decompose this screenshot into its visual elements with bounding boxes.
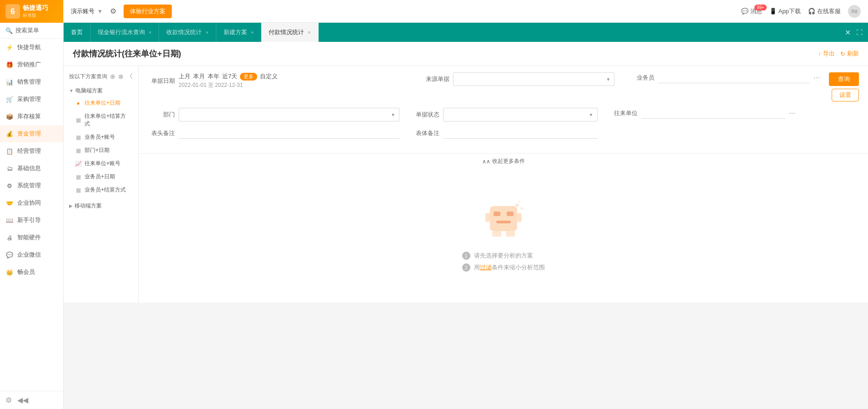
- sidebar-item-sales[interactable]: 📊 销售管理: [0, 73, 63, 91]
- date-shortcut-7days[interactable]: 近7天: [222, 72, 237, 81]
- sidebar: 6 畅捷通巧 标准版 🔍 搜索菜单 ⚡ 快捷导航 🎁 营销推广 📊 销售管理 🛒…: [0, 0, 64, 409]
- scheme-header-label: 按以下方案查询: [69, 73, 107, 81]
- operation-icon: 📋: [5, 147, 14, 155]
- filter-field-body-remark: 表体备注: [409, 128, 598, 139]
- sidebar-item-label: 企业微信: [17, 251, 41, 259]
- filter-body-remark-label: 表体备注: [409, 129, 439, 137]
- sidebar-item-weixin[interactable]: 💬 企业微信: [0, 246, 63, 263]
- enterprise-icon: 🤝: [5, 199, 14, 207]
- sidebar-settings-btn[interactable]: ⚙: [5, 396, 12, 404]
- scheme-item-staff-account[interactable]: ▦ 业务员+账号: [64, 131, 138, 144]
- msg-icon: 💬: [741, 8, 748, 15]
- page-title: 付款情况统计(往来单位+日期): [73, 48, 181, 59]
- scheme-mobile-group-header[interactable]: ▶ 移动端方案: [64, 200, 138, 212]
- date-shortcut-this-year[interactable]: 本年: [208, 72, 219, 81]
- tab-home[interactable]: 首页: [64, 23, 90, 42]
- sidebar-item-label: 资金管理: [17, 130, 41, 138]
- sidebar-item-quick-nav[interactable]: ⚡ 快捷导航: [0, 39, 63, 56]
- date-shortcut-custom[interactable]: 自定义: [260, 72, 278, 81]
- basic-icon: 🗂: [5, 164, 14, 172]
- scheme-desktop-group-header[interactable]: ▼ 电脑端方案: [64, 85, 138, 96]
- scheme-staff-date-icon: ▦: [75, 173, 82, 181]
- tab-bank[interactable]: 现金银行流水查询 ×: [90, 23, 159, 42]
- topbar-msg-btn[interactable]: 💬 消息 99+: [741, 7, 762, 15]
- svg-rect-2: [507, 212, 514, 216]
- setting-button[interactable]: 设置: [832, 89, 859, 101]
- export-button[interactable]: ↑ 导出: [818, 50, 835, 58]
- date-shortcut-this-month[interactable]: 本月: [193, 72, 205, 81]
- content-area: 付款情况统计(往来单位+日期) ↑ 导出 ↻ 刷新 按以下方案查询 ⊕: [64, 42, 868, 409]
- sidebar-item-label: 营销推广: [17, 61, 41, 69]
- tab-bank-close-icon[interactable]: ×: [149, 30, 151, 35]
- empty-tip-2-num: 2: [462, 263, 470, 272]
- tab-payment-stat-close-icon[interactable]: ×: [308, 30, 310, 35]
- sidebar-item-label: 销售管理: [17, 78, 41, 86]
- filter-unit-input[interactable]: [641, 108, 786, 118]
- query-button[interactable]: 查询: [829, 72, 859, 86]
- tab-income-stat-close-icon[interactable]: ×: [205, 30, 208, 35]
- sidebar-item-marketing[interactable]: 🎁 营销推广: [0, 56, 63, 73]
- filter-row-3: 表头备注 表体备注: [148, 128, 859, 139]
- tab-payment-stat[interactable]: 付款情况统计 ×: [261, 23, 318, 42]
- newbie-icon: 📖: [5, 216, 14, 224]
- sidebar-item-member[interactable]: 👑 畅会员: [0, 263, 63, 281]
- scheme-item-dept-date[interactable]: ▦ 部门+日期: [64, 144, 138, 157]
- tab-new-scheme[interactable]: 新建方案 ×: [216, 23, 261, 42]
- scheme-staff-account-icon: ▦: [75, 134, 82, 141]
- sidebar-item-capital[interactable]: 💰 资金管理: [0, 125, 63, 142]
- tabbar-right: ✕ ⛶: [839, 23, 868, 42]
- collapse-more-button[interactable]: ∧∧ 收起更多条件: [482, 157, 525, 165]
- topbar-gear-icon[interactable]: ⚙: [110, 7, 116, 15]
- topbar-app-btn[interactable]: 📱 App下载: [769, 7, 801, 15]
- scheme-settings-icon[interactable]: ⊗: [118, 73, 124, 80]
- sidebar-search[interactable]: 🔍 搜索菜单: [0, 23, 63, 39]
- scheme-item-unit-account[interactable]: 📈 往来单位+账号: [64, 157, 138, 170]
- filter-form-container: 单据日期 上月 本月 本年 近7天 更多 自定义 20: [139, 66, 868, 303]
- filter-staff-label: 业务员: [624, 74, 654, 82]
- sidebar-item-hardware[interactable]: 🖨 智能硬件: [0, 229, 63, 246]
- sidebar-collapse-btn[interactable]: ◀◀: [17, 396, 28, 404]
- filter-source-select[interactable]: ▼: [453, 72, 615, 86]
- scheme-item-unit-date[interactable]: ● 往来单位+日期: [64, 96, 138, 110]
- filter-doc-status-select[interactable]: ▼: [443, 108, 598, 121]
- sidebar-item-inventory[interactable]: 📦 库存核算: [0, 108, 63, 125]
- tab-income-stat[interactable]: 收款情况统计 ×: [159, 23, 216, 42]
- topbar-user-dropdown-icon[interactable]: ▼: [97, 8, 103, 15]
- svg-rect-0: [490, 206, 517, 231]
- scheme-item-staff-date[interactable]: ▦ 业务员+日期: [64, 170, 138, 183]
- date-shortcut-last-month[interactable]: 上月: [179, 72, 190, 81]
- sales-icon: 📊: [5, 78, 14, 86]
- member-icon: 👑: [5, 268, 14, 276]
- filter-dept-select[interactable]: ▼: [179, 108, 399, 121]
- svg-point-8: [515, 203, 519, 207]
- sidebar-item-label: 系统管理: [17, 182, 41, 190]
- scheme-item-unit-payment[interactable]: ▦ 往来单位+结算方式: [64, 110, 138, 131]
- sidebar-item-newbie[interactable]: 📖 新手引导: [0, 212, 63, 229]
- filter-staff-more-icon[interactable]: ⋯: [813, 74, 820, 81]
- scheme-add-icon[interactable]: ⊕: [110, 73, 115, 80]
- filter-dept-arrow-icon: ▼: [391, 112, 395, 117]
- filter-field-doc-status: 单据状态 ▼: [409, 108, 598, 121]
- filter-header-remark-input[interactable]: [179, 128, 399, 139]
- empty-illustration: [476, 197, 531, 242]
- scheme-collapse-icon[interactable]: 《: [126, 72, 133, 81]
- sidebar-item-enterprise[interactable]: 🤝 企业协同: [0, 194, 63, 212]
- filter-body-remark-input[interactable]: [443, 128, 598, 139]
- date-shortcut-more[interactable]: 更多: [240, 73, 257, 81]
- sidebar-item-system[interactable]: ⚙ 系统管理: [0, 177, 63, 194]
- tabbar-close-all-icon[interactable]: ✕: [845, 28, 851, 37]
- sidebar-item-purchase[interactable]: 🛒 采购管理: [0, 91, 63, 108]
- topbar-service-btn[interactable]: 🎧 在线客服: [808, 7, 841, 15]
- filter-unit-more-icon[interactable]: ⋯: [789, 110, 795, 117]
- filter-staff-input[interactable]: [658, 72, 810, 83]
- scheme-mobile-arrow-icon: ▶: [69, 203, 73, 208]
- tabbar-expand-icon[interactable]: ⛶: [856, 29, 863, 36]
- sidebar-item-operation[interactable]: 📋 经营管理: [0, 142, 63, 160]
- marketing-icon: 🎁: [5, 61, 14, 69]
- topbar-trial-button[interactable]: 体验行业方案: [124, 5, 172, 18]
- refresh-button[interactable]: ↻ 刷新: [840, 50, 859, 58]
- scheme-item-staff-payment[interactable]: ▦ 业务员+结算方式: [64, 183, 138, 197]
- topbar-avatar[interactable]: Rit: [848, 5, 861, 18]
- sidebar-item-basic[interactable]: 🗂 基础信息: [0, 160, 63, 177]
- tab-new-scheme-close-icon[interactable]: ×: [251, 30, 254, 35]
